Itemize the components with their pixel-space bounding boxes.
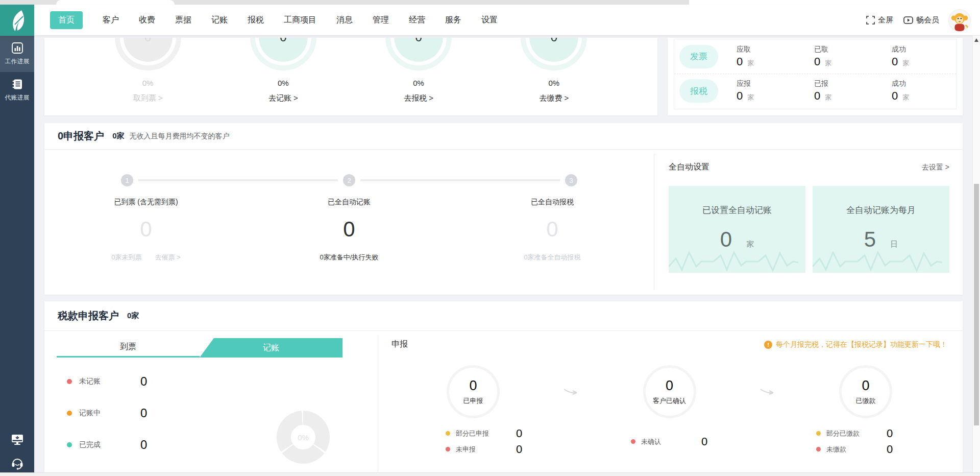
work-progress-card: 0 0% 取到票 > 0 0% 去记账 > 0 0% 去报税 > 0 0% 去缴… xyxy=(44,38,657,115)
nav-item-business-projects[interactable]: 工商项目 xyxy=(284,15,316,26)
stat-value: 0 xyxy=(814,89,820,102)
legend-value: 0 xyxy=(140,406,147,420)
scrollbar-up-arrow[interactable] xyxy=(974,38,978,42)
auto-settings-title: 全自动设置 xyxy=(669,162,709,173)
legend-value: 0 xyxy=(140,438,147,452)
legend-label: 未确认 xyxy=(641,437,688,446)
tax-badge: 报税 xyxy=(679,79,718,103)
sidebar-item-agency-progress[interactable]: 代账进展 xyxy=(0,72,34,108)
auto-card-unit: 日 xyxy=(890,240,898,249)
step-value: 0 xyxy=(546,217,558,242)
auto-card-value-row: 5 日 xyxy=(864,227,898,252)
go-bookkeeping-link[interactable]: 去记账 > xyxy=(268,93,298,103)
monitor-download-icon xyxy=(11,433,24,446)
flow-circle-paid: 0 已缴款 xyxy=(839,365,892,418)
nav-item-settings[interactable]: 设置 xyxy=(481,15,498,26)
nav-item-management[interactable]: 管理 xyxy=(373,15,389,26)
legend-label: 未申报 xyxy=(456,445,503,454)
fetch-invoice-link[interactable]: 取到票 > xyxy=(133,93,163,103)
nav-item-charging[interactable]: 收费 xyxy=(139,15,155,26)
nav-item-tax[interactable]: 报税 xyxy=(248,15,264,26)
declare-flow-legend: 部分已申报 0 未申报 0 未确认 0 xyxy=(391,425,947,457)
stat-cell: 成功 0家 xyxy=(873,79,951,103)
legend-label: 未记账 xyxy=(79,377,123,386)
nav-item-customers[interactable]: 客户 xyxy=(103,15,119,26)
tab-arrived-invoice[interactable]: 到票 xyxy=(57,338,200,358)
auto-settings-header: 全自动设置 去设置 > xyxy=(669,162,949,173)
stat-label: 已报 xyxy=(814,79,873,88)
left-sidebar: 工作进展 代账进展 xyxy=(0,36,34,476)
vertical-scrollbar[interactable] xyxy=(972,36,980,472)
progress-ring: 0 xyxy=(385,38,452,70)
progress-item-tax-filing: 0 0% 去报税 > xyxy=(351,38,486,115)
stat-value: 0 xyxy=(737,55,743,68)
scrollbar-thumb[interactable] xyxy=(974,184,979,425)
member-button[interactable]: 畅会员 xyxy=(903,15,939,25)
nav-item-invoices[interactable]: 票据 xyxy=(175,15,191,26)
nav-item-services[interactable]: 服务 xyxy=(445,15,461,26)
browser-tab[interactable] xyxy=(56,0,175,5)
flow-value: 0 xyxy=(666,378,673,394)
fullscreen-button[interactable]: 全屏 xyxy=(866,15,893,25)
nav-item-operations[interactable]: 经营 xyxy=(409,15,425,26)
go-settings-link[interactable]: 去设置 > xyxy=(922,163,949,172)
auto-card-label: 全自动记账为每月 xyxy=(846,204,916,216)
bookkeeping-donut-chart: 0% xyxy=(277,411,330,464)
legend-row: 已完成 0 xyxy=(67,429,378,461)
legend-row: 未记账 0 xyxy=(67,366,378,397)
tab-bookkeeping[interactable]: 记账 xyxy=(200,338,342,358)
go-payment-link[interactable]: 去缴费 > xyxy=(539,93,569,103)
stat-unit: 家 xyxy=(902,59,909,67)
stat-value: 0 xyxy=(892,89,898,102)
section-count: 0家 xyxy=(112,131,124,141)
stat-value-row: 0家 xyxy=(814,55,873,68)
legend-row: 部分已缴款 0 xyxy=(816,425,947,441)
member-label: 畅会员 xyxy=(916,15,939,25)
auto-bookkeeping-day-card: 全自动记账为每月 5 日 xyxy=(813,186,949,273)
legend-label: 未缴款 xyxy=(826,445,873,454)
progress-ring: 0 xyxy=(521,38,587,70)
stat-value-row: 0家 xyxy=(892,89,951,103)
horizontal-scrollbar[interactable] xyxy=(0,472,980,476)
step-col-auto-bookkeeping: 已全自动记账 0 0家准备中/执行失败 xyxy=(248,198,451,262)
step-sub-text: 0家准备中/执行失败 xyxy=(320,253,379,262)
progress-ring-value: 0 xyxy=(259,38,308,62)
bookkeeping-legend: 未记账 0 记账中 0 已完成 0 xyxy=(67,366,378,461)
step-value: 0 xyxy=(343,217,355,242)
monkey-avatar-icon xyxy=(949,9,970,32)
stat-unit: 家 xyxy=(825,93,831,101)
legend-label: 部分已申报 xyxy=(456,429,503,438)
progress-ring: 0 xyxy=(115,38,181,70)
step-col-arrived-invoice: 已到票 (含无需到票) 0 0家未到票 去催票 > xyxy=(44,198,248,262)
progress-percent: 0% xyxy=(549,79,560,87)
stepper-line xyxy=(138,179,338,181)
customer-service-button[interactable] xyxy=(11,451,24,475)
stat-unit: 家 xyxy=(825,59,831,67)
auto-card-value-row: 0 家 xyxy=(720,227,754,252)
urge-invoice-link[interactable]: 去催票 > xyxy=(155,253,181,262)
notice-text: 每个月报完税，记得在【报税记录】功能更新一下哦！ xyxy=(776,340,947,349)
legend-col-confirmed: 未确认 0 xyxy=(577,425,762,457)
heartbeat-line-icon xyxy=(669,249,798,273)
go-tax-filing-link[interactable]: 去报税 > xyxy=(404,93,433,103)
legend-dot xyxy=(446,431,450,436)
stat-value-row: 0家 xyxy=(892,55,951,68)
nav-item-bookkeeping[interactable]: 记账 xyxy=(211,15,228,26)
app-header: 首页 客户 收费 票据 记账 报税 工商项目 消息 管理 经营 服务 设置 全屏… xyxy=(0,5,980,36)
app-logo[interactable] xyxy=(0,5,34,36)
nav-item-messages[interactable]: 消息 xyxy=(336,15,353,26)
client-download-button[interactable] xyxy=(11,428,24,451)
legend-row: 未申报 0 xyxy=(446,441,577,457)
warning-icon: ! xyxy=(764,341,772,349)
stat-cell: 成功 0家 xyxy=(873,45,951,68)
progress-ring-clip: 0 xyxy=(115,38,181,70)
sidebar-item-work-progress[interactable]: 工作进展 xyxy=(0,36,34,72)
auto-settings-panel: 全自动设置 去设置 > 已设置全自动记账 0 家 xyxy=(654,150,963,294)
main-nav: 首页 客户 收费 票据 记账 报税 工商项目 消息 管理 经营 服务 设置 xyxy=(50,5,518,36)
progress-ring: 0 xyxy=(250,38,316,70)
nav-item-home[interactable]: 首页 xyxy=(50,11,83,29)
step-label: 已到票 (含无需到票) xyxy=(114,198,178,207)
user-avatar[interactable] xyxy=(948,9,971,32)
invoice-badge: 发票 xyxy=(679,45,718,68)
legend-value: 0 xyxy=(516,443,522,456)
